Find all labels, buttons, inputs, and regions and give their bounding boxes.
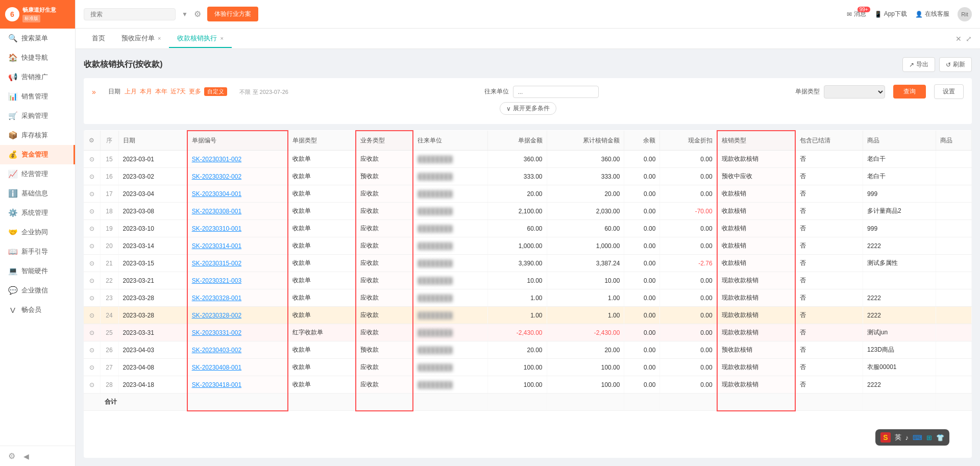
date-more[interactable]: 更多 — [189, 87, 201, 96]
table-row[interactable]: ⊙ 23 2023-03-28 SK-20230328-001 收款单 应收款 … — [84, 289, 972, 307]
table-row[interactable]: ⊙ 27 2023-04-08 SK-20230408-001 收款单 应收款 … — [84, 359, 972, 376]
avatar[interactable]: Rit — [958, 7, 972, 21]
service-group[interactable]: 👤 在线客服 — [915, 10, 949, 18]
row-date: 2023-03-21 — [118, 272, 187, 289]
order-link[interactable]: SK-20230328-001 — [192, 295, 241, 302]
order-link[interactable]: SK-20230304-001 — [192, 190, 241, 198]
row-gear[interactable]: ⊙ — [84, 341, 100, 359]
table-row[interactable]: ⊙ 20 2023-03-14 SK-20230314-001 收款单 应收款 … — [84, 237, 972, 255]
query-button[interactable]: 查询 — [893, 85, 926, 99]
sidebar-item-member[interactable]: V畅会员 — [0, 300, 75, 320]
gear-icon[interactable]: ⚙ — [194, 9, 201, 19]
table-row[interactable]: ⊙ 19 2023-03-10 SK-20230310-001 收款单 应收款 … — [84, 220, 972, 237]
row-gear[interactable]: ⊙ — [84, 289, 100, 307]
row-gear[interactable]: ⊙ — [84, 203, 100, 220]
date-7days[interactable]: 近7天 — [170, 87, 186, 96]
order-link[interactable]: SK-20230315-002 — [192, 260, 241, 267]
order-link[interactable]: SK-20230310-001 — [192, 225, 241, 232]
float-brand[interactable]: 英 — [895, 433, 901, 442]
close-window-icon[interactable]: ✕ — [955, 35, 962, 43]
row-gear[interactable]: ⊙ — [84, 272, 100, 289]
date-this-year[interactable]: 本年 — [155, 87, 167, 96]
row-gear[interactable]: ⊙ — [84, 237, 100, 255]
row-gear[interactable]: ⊙ — [84, 255, 100, 272]
row-gear[interactable]: ⊙ — [84, 220, 100, 237]
row-gear[interactable]: ⊙ — [84, 324, 100, 341]
maximize-icon[interactable]: ⤢ — [966, 35, 972, 43]
expand-button[interactable]: ∨ 展开更多条件 — [500, 102, 556, 115]
date-last-month[interactable]: 上月 — [125, 87, 137, 96]
tab-prepaid[interactable]: 预收应付单× — [113, 30, 169, 48]
sidebar-item-marketing[interactable]: 📢营销推广 — [0, 67, 75, 87]
sidebar-item-search[interactable]: 🔍搜索菜单 — [0, 29, 75, 48]
sidebar-item-inventory[interactable]: 📦库存核算 — [0, 126, 75, 145]
sidebar-item-purchase[interactable]: 🛒采购管理 — [0, 106, 75, 126]
row-gear[interactable]: ⊙ — [84, 307, 100, 324]
row-goods: 2222 — [863, 289, 936, 307]
order-link[interactable]: SK-20230328-002 — [192, 312, 241, 319]
sidebar-item-wechat[interactable]: 💬企业微信 — [0, 281, 75, 300]
table-row[interactable]: ⊙ 21 2023-03-15 SK-20230315-002 收款单 应收款 … — [84, 255, 972, 272]
sidebar-item-quicknav[interactable]: 🏠快捷导航 — [0, 48, 75, 67]
sidebar-label-enterprise: 企业协同 — [21, 228, 48, 237]
tab-collection[interactable]: 收款核销执行× — [169, 30, 231, 48]
table-row[interactable]: ⊙ 18 2023-03-08 SK-20230308-001 收款单 应收款 … — [84, 203, 972, 220]
row-gear[interactable]: ⊙ — [84, 168, 100, 185]
row-gear[interactable]: ⊙ — [84, 151, 100, 168]
settings-icon[interactable]: ⚙ — [8, 451, 15, 461]
refresh-button[interactable]: ↺ 刷新 — [939, 57, 972, 72]
export-button[interactable]: ↗ 导出 — [902, 57, 935, 72]
search-input[interactable] — [84, 8, 176, 20]
row-gear[interactable]: ⊙ — [84, 185, 100, 203]
date-this-month[interactable]: 本月 — [140, 87, 152, 96]
float-shirt-icon[interactable]: 👕 — [936, 434, 944, 442]
sidebar-label-operations: 经营管理 — [21, 169, 48, 179]
partner-input[interactable] — [513, 86, 599, 98]
table-row[interactable]: ⊙ 26 2023-04-03 SK-20230403-002 收款单 预收款 … — [84, 341, 972, 359]
order-link[interactable]: SK-20230418-001 — [192, 381, 241, 388]
row-gear[interactable]: ⊙ — [84, 376, 100, 394]
app-download-group[interactable]: 📱 App下载 — [874, 10, 907, 18]
collapse-icon[interactable]: ◀ — [23, 452, 29, 460]
tab-close-collection[interactable]: × — [220, 35, 223, 41]
float-grid-icon[interactable]: ⊞ — [926, 434, 932, 442]
table-row[interactable]: ⊙ 24 2023-03-28 SK-20230328-002 收款单 应收款 … — [84, 307, 972, 324]
tabs-window-actions: ✕⤢ — [955, 35, 972, 43]
order-link[interactable]: SK-20230302-002 — [192, 173, 241, 180]
table-row[interactable]: ⊙ 16 2023-03-02 SK-20230302-002 收款单 预收款 … — [84, 168, 972, 185]
sidebar-item-hardware[interactable]: 💻智能硬件 — [0, 261, 75, 281]
float-mic-icon[interactable]: ♪ — [905, 434, 909, 442]
sidebar-item-basic[interactable]: ℹ️基础信息 — [0, 184, 75, 203]
order-link[interactable]: SK-20230308-001 — [192, 208, 241, 215]
table-row[interactable]: ⊙ 28 2023-04-18 SK-20230418-001 收款单 应收款 … — [84, 376, 972, 394]
sidebar-label-inventory: 库存核算 — [21, 131, 48, 140]
table-row[interactable]: ⊙ 17 2023-03-04 SK-20230304-001 收款单 应收款 … — [84, 185, 972, 203]
filter-toggle[interactable]: » — [92, 88, 96, 96]
order-link[interactable]: SK-20230321-003 — [192, 277, 241, 284]
order-link[interactable]: SK-20230331-002 — [192, 329, 241, 336]
sidebar-item-guide[interactable]: 📖新手引导 — [0, 242, 75, 261]
doctype-select[interactable] — [824, 85, 885, 99]
date-custom[interactable]: 自定义 — [204, 87, 227, 96]
solution-button[interactable]: 体验行业方案 — [207, 7, 258, 21]
th-gear[interactable]: ⚙ — [84, 131, 100, 151]
table-row[interactable]: ⊙ 22 2023-03-21 SK-20230321-003 收款单 应收款 … — [84, 272, 972, 289]
table-row[interactable]: ⊙ 25 2023-03-31 SK-20230331-002 红字收款单 应收… — [84, 324, 972, 341]
sidebar-item-enterprise[interactable]: 🤝企业协同 — [0, 223, 75, 242]
row-gear[interactable]: ⊙ — [84, 359, 100, 376]
order-link[interactable]: SK-20230408-001 — [192, 364, 241, 371]
tab-home[interactable]: 首页 — [84, 30, 113, 48]
order-link[interactable]: SK-20230403-002 — [192, 347, 241, 354]
message-group[interactable]: ✉ 消息 99+ — [847, 10, 866, 18]
tab-close-prepaid[interactable]: × — [158, 35, 161, 41]
sidebar-item-operations[interactable]: 📈经营管理 — [0, 164, 75, 184]
sidebar-item-sales[interactable]: 📊销售管理 — [0, 87, 75, 106]
row-order-no: SK-20230321-003 — [187, 272, 288, 289]
float-keyboard-icon[interactable]: ⌨ — [913, 434, 922, 442]
order-link[interactable]: SK-20230301-002 — [192, 156, 241, 163]
sidebar-item-system[interactable]: ⚙️系统管理 — [0, 203, 75, 223]
table-row[interactable]: ⊙ 15 2023-03-01 SK-20230301-002 收款单 应收款 … — [84, 151, 972, 168]
sidebar-item-finance[interactable]: 💰资金管理 — [0, 145, 75, 164]
order-link[interactable]: SK-20230314-001 — [192, 242, 241, 250]
filter-settings-button[interactable]: 设置 — [934, 84, 964, 99]
